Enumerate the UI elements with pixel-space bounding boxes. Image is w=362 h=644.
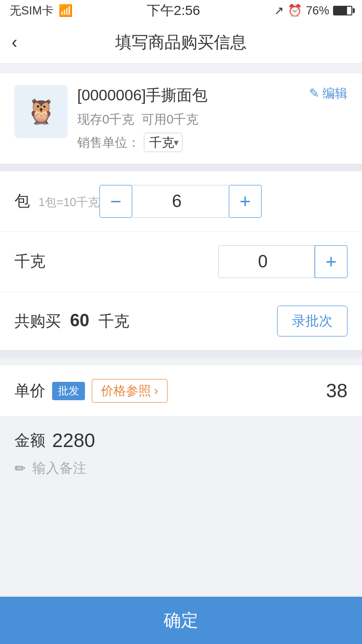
edit-icon: ✎ — [309, 86, 320, 101]
price-section: 单价 批发 价格参照 › 38 — [0, 365, 362, 416]
unit-select-wrap[interactable]: 千克 包 — [144, 133, 182, 152]
batch-button[interactable]: 录批次 — [277, 306, 348, 336]
carrier-text: 无SIM卡 — [10, 3, 54, 18]
kg-controls: + — [218, 245, 348, 278]
price-ref-button[interactable]: 价格参照 › — [92, 379, 167, 403]
price-ref-arrow: › — [154, 383, 158, 398]
edit-label: 编辑 — [322, 85, 348, 102]
product-title: 手撕面包 — [146, 86, 208, 104]
battery-percent: 76% — [306, 4, 329, 17]
amount-label: 金额 — [14, 430, 45, 451]
total-amount: 60 — [70, 310, 89, 330]
remark-placeholder: 输入备注 — [32, 459, 86, 477]
product-name: [0000006]手撕面包 — [77, 85, 299, 106]
alarm-icon: ⏰ — [288, 4, 302, 17]
kg-label: 千克 — [14, 251, 218, 272]
remark-row[interactable]: ✏ 输入备注 — [14, 459, 348, 477]
price-ref-label: 价格参照 — [101, 382, 151, 399]
divider-1 — [0, 164, 362, 171]
divider-2 — [0, 350, 362, 358]
kg-plus-button[interactable]: + — [315, 245, 348, 278]
status-left: 无SIM卡 📶 — [10, 3, 73, 18]
bottom-bar[interactable]: 确定 — [0, 597, 362, 644]
kg-qty-row: 千克 + — [0, 232, 362, 292]
battery-icon — [333, 6, 352, 15]
amount-section: 金额 2280 ✏ 输入备注 — [0, 416, 362, 491]
amount-value: 2280 — [52, 430, 95, 451]
product-info: [0000006]手撕面包 现存0千克 可用0千克 销售单位： 千克 包 — [77, 85, 299, 152]
bao-minus-button[interactable]: − — [99, 185, 132, 218]
remark-icon: ✏ — [14, 461, 26, 476]
wifi-icon: 📶 — [58, 4, 73, 17]
total-row: 共购买 60 千克 录批次 — [0, 292, 362, 350]
product-thumbnail: 🦉 — [14, 85, 68, 138]
bao-plus-button[interactable]: + — [229, 185, 262, 218]
bao-label: 包 1包=10千克 — [14, 191, 99, 212]
confirm-button-label: 确定 — [164, 609, 198, 632]
amount-row: 金额 2280 — [14, 430, 348, 451]
nav-bar: ‹ 填写商品购买信息 — [0, 21, 362, 64]
product-card: 🦉 [0000006]手撕面包 现存0千克 可用0千克 销售单位： 千克 包 ✎… — [0, 73, 362, 164]
edit-button[interactable]: ✎ 编辑 — [309, 85, 348, 102]
bao-hint: 1包=10千克 — [39, 196, 99, 209]
status-right: ↗ ⏰ 76% — [274, 4, 352, 17]
product-unit-row: 销售单位： 千克 包 — [77, 133, 299, 152]
price-label: 单价 — [14, 380, 45, 402]
product-code: [0000006] — [77, 86, 146, 104]
bao-input[interactable] — [132, 185, 229, 218]
location-icon: ↗ — [274, 4, 284, 17]
product-thumb-icon: 🦉 — [26, 98, 56, 126]
unit-select[interactable]: 千克 包 — [144, 133, 182, 152]
bao-controls: − + — [99, 185, 262, 218]
page-title: 填写商品购买信息 — [115, 31, 247, 54]
status-time: 下午2:56 — [147, 1, 200, 20]
back-button[interactable]: ‹ — [12, 32, 17, 53]
quantity-section: 包 1包=10千克 − + 千克 + — [0, 171, 362, 292]
price-value: 38 — [326, 380, 348, 402]
status-bar: 无SIM卡 📶 下午2:56 ↗ ⏰ 76% — [0, 0, 362, 21]
product-stock: 现存0千克 可用0千克 — [77, 111, 299, 128]
kg-input[interactable] — [218, 245, 315, 278]
price-tag: 批发 — [52, 382, 85, 400]
total-text: 共购买 60 千克 — [14, 310, 129, 332]
bao-qty-row: 包 1包=10千克 − + — [0, 171, 362, 232]
